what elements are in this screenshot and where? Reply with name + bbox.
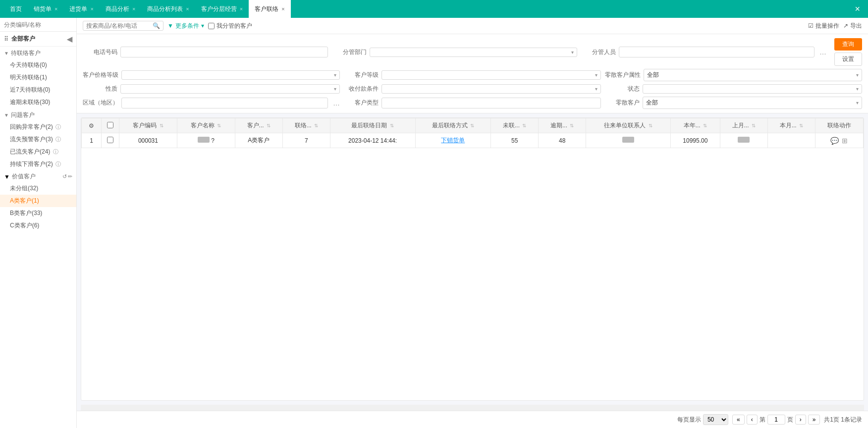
last-page-button[interactable]: » (808, 415, 820, 425)
td-index: 1 (82, 133, 102, 148)
sort-contact-icon[interactable]: ⇅ (314, 123, 318, 128)
pay-cond-field: 收付款条件 ▾ (344, 84, 601, 94)
sort-year-icon[interactable]: ⇅ (703, 123, 707, 128)
main-search-icon[interactable]: 🔍 (153, 22, 160, 29)
retail-customer-field: 零散客户 全部 ▾ (605, 97, 862, 109)
person-more-icon[interactable]: … (819, 48, 826, 56)
region-more-icon[interactable]: … (333, 99, 340, 107)
td-checkbox (102, 133, 119, 148)
filter-row-3: 性质 ▾ 收付款条件 ▾ 状态 (83, 84, 862, 94)
td-customer-type: A类客户 (235, 133, 282, 148)
nav-home[interactable]: 首页 (4, 0, 28, 18)
value-customers-group[interactable]: ▼ 价值客户 ↺ ✏ (0, 170, 76, 182)
sort-lastmonth-icon[interactable]: ⇅ (752, 123, 756, 128)
first-page-button[interactable]: « (732, 415, 745, 425)
edit-icon[interactable]: ✏ (68, 173, 72, 180)
sort-contacts-icon[interactable]: ⇅ (649, 123, 652, 128)
page-size-select[interactable]: 20 50 100 (703, 414, 728, 425)
nav-product-list-close[interactable]: × (186, 6, 189, 12)
th-checkbox (102, 118, 119, 133)
status-select[interactable]: ▾ (643, 84, 862, 94)
pay-cond-select[interactable]: ▾ (381, 84, 601, 94)
sort-date-icon[interactable]: ⇅ (390, 123, 394, 128)
batch-operation-button[interactable]: ☑ 批量操作 (808, 22, 839, 30)
sidebar-item-tomorrow[interactable]: 明天待联络(1) (0, 71, 76, 84)
retail-attr-select[interactable]: 全部 ▾ (644, 69, 862, 81)
td-last-method[interactable]: 下销货单 (415, 133, 491, 148)
sort-type-icon[interactable]: ⇅ (267, 123, 271, 128)
collapse-icon[interactable]: ◀ (67, 35, 72, 43)
sort-thismonth-icon[interactable]: ⇅ (799, 123, 803, 128)
sidebar-item-class-b[interactable]: B类客户(33) (0, 207, 76, 219)
prev-page-button[interactable]: ‹ (747, 415, 758, 425)
retail-customer-select[interactable]: 全部 ▾ (643, 97, 862, 109)
phone-input[interactable] (120, 47, 328, 57)
status-arrow-icon: ▾ (856, 86, 859, 92)
more-conditions-button[interactable]: ▼ 更多条件 ▾ (167, 22, 204, 30)
batch-icon: ☑ (808, 22, 814, 29)
nav-sales-close[interactable]: × (54, 6, 57, 12)
customer-type-input[interactable] (381, 98, 601, 108)
sidebar-item-declining[interactable]: 持续下滑客户(2) ⓘ (0, 158, 76, 170)
contact-icon[interactable]: 💬 (830, 137, 839, 145)
sidebar-search-input[interactable] (4, 21, 77, 28)
main-search-input[interactable] (86, 22, 151, 29)
gear-icon[interactable]: ⚙ (89, 122, 94, 129)
nav-purchase-close[interactable]: × (90, 6, 93, 12)
query-button[interactable]: 查询 (834, 38, 862, 51)
window-close-button[interactable]: × (851, 4, 864, 14)
sort-notcontact-icon[interactable]: ⇅ (522, 123, 526, 128)
th-customer-type: 客户... ⇅ (235, 118, 282, 133)
nav-purchase[interactable]: 进货单 × (63, 0, 99, 18)
filter-bar: 🔍 ▼ 更多条件 ▾ 我分管的客户 ☑ 批量操作 ↗ 导出 (77, 18, 868, 34)
td-contacts (586, 133, 671, 148)
nav-customer-segment[interactable]: 客户分层经营 × (195, 0, 249, 18)
nav-sales[interactable]: 销货单 × (28, 0, 63, 18)
region-input[interactable] (121, 98, 328, 108)
sidebar-item-abnormal[interactable]: 回购异常客户(2) ⓘ (0, 121, 76, 133)
nav-customer-contact-close[interactable]: × (281, 6, 284, 12)
nav-product-list[interactable]: 商品分析列表 × (141, 0, 195, 18)
nav-product-analysis-close[interactable]: × (132, 6, 135, 12)
sort-method-icon[interactable]: ⇅ (470, 123, 474, 128)
page-number-input[interactable] (767, 415, 785, 425)
grade-select[interactable]: ▾ (381, 70, 601, 80)
sort-overdue-icon[interactable]: ⇅ (570, 123, 574, 128)
nav-product-analysis[interactable]: 商品分析 × (100, 0, 141, 18)
price-grade-select[interactable]: ▾ (121, 70, 340, 80)
td-code: 000031 (119, 133, 177, 148)
my-customers-checkbox[interactable] (208, 23, 215, 29)
select-all-checkbox[interactable] (107, 122, 113, 128)
sidebar-item-unclassified[interactable]: 未分组(32) (0, 182, 76, 195)
next-page-button[interactable]: › (795, 415, 806, 425)
sidebar-item-7days[interactable]: 近7天待联络(0) (0, 84, 76, 96)
settings-button[interactable]: 设置 (834, 53, 862, 66)
sidebar-item-class-a[interactable]: A类客户(1) (0, 195, 76, 207)
sidebar-item-class-c[interactable]: C类客户(6) (0, 219, 76, 232)
td-last-date: 2023-04-12 14:44: (330, 133, 415, 148)
info-icon-4: ⓘ (55, 161, 61, 167)
sidebar-item-loss-warning[interactable]: 流失预警客户(3) ⓘ (0, 133, 76, 146)
nature-arrow-icon: ▾ (334, 86, 336, 92)
nav-customer-contact[interactable]: 客户联络 × (249, 0, 290, 18)
problem-customers-group[interactable]: ▼ 问题客户 (0, 108, 76, 121)
refresh-icon[interactable]: ↺ (62, 173, 67, 180)
qr-icon[interactable]: ⊞ (842, 137, 848, 145)
dept-select[interactable]: ▾ (370, 48, 577, 57)
sidebar-item-lost[interactable]: 已流失客户(24) ⓘ (0, 146, 76, 158)
nav-customer-segment-close[interactable]: × (240, 6, 243, 12)
sidebar-item-overdue[interactable]: 逾期未联络(30) (0, 96, 76, 108)
info-icon-3: ⓘ (53, 149, 58, 155)
sort-name-icon[interactable]: ⇅ (217, 123, 221, 128)
row-checkbox[interactable] (107, 137, 113, 143)
sidebar: 🔍 ⠿ 全部客户 ◀ ▼ 待联络客户 今天待联络(0) 明天待联络(1) 近7天… (0, 18, 77, 428)
sort-code-icon[interactable]: ⇅ (160, 123, 163, 128)
all-customers-header[interactable]: ⠿ 全部客户 ◀ (0, 32, 76, 47)
nature-select[interactable]: ▾ (120, 84, 340, 94)
export-button[interactable]: ↗ 导出 (843, 22, 862, 30)
horizontal-scrollbar[interactable] (81, 405, 864, 411)
price-grade-arrow-icon: ▾ (334, 72, 336, 78)
pending-contact-group[interactable]: ▼ 待联络客户 (0, 47, 76, 59)
sidebar-item-today[interactable]: 今天待联络(0) (0, 59, 76, 71)
person-input[interactable] (619, 47, 814, 57)
